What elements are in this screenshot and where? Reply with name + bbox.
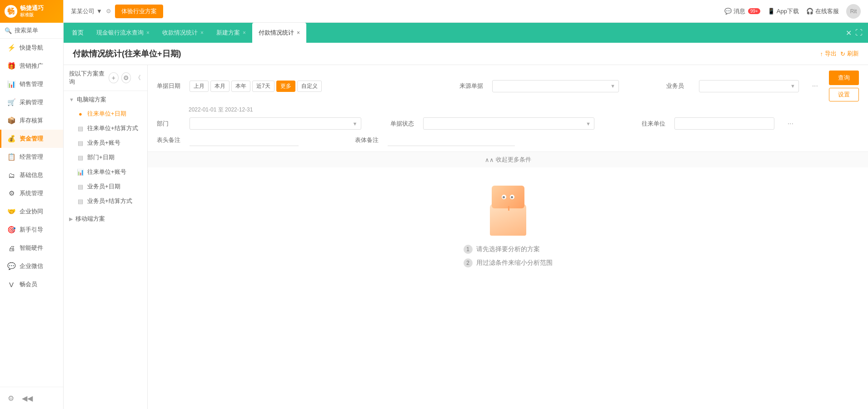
tab-home-label: 首页 xyxy=(72,29,84,37)
close-all-tabs-btn[interactable]: ✕ xyxy=(846,29,852,37)
empty-hints: 1 请先选择要分析的方案 2 用过滤条件来缩小分析范围 xyxy=(464,245,553,272)
counterpart-label: 往来单位 xyxy=(642,120,669,128)
tab-payment-stats[interactable]: 付款情况统计 × xyxy=(252,23,306,43)
sidebar-item-member[interactable]: V 畅会员 xyxy=(0,275,63,293)
collapse-more-btn[interactable]: ∧∧ 收起更多条件 xyxy=(148,152,868,167)
tab-new-scheme[interactable]: 新建方案 × xyxy=(210,23,252,43)
tab-payment-stats-close[interactable]: × xyxy=(297,30,300,36)
scheme-item-salesman-account[interactable]: ▤ 业务员+账号 xyxy=(64,136,147,150)
tab-cash-flow-close[interactable]: × xyxy=(146,30,150,36)
sidebar-item-hardware[interactable]: 🖨 智能硬件 xyxy=(0,239,63,257)
settings-footer-btn[interactable]: ⚙ xyxy=(5,392,17,404)
scheme-item-chart-icon: ▤ xyxy=(76,124,85,132)
robot-pupil-left xyxy=(503,196,505,198)
date-btn-custom[interactable]: 自定义 xyxy=(297,81,322,92)
user-avatar[interactable]: Rit xyxy=(846,4,861,19)
sidebar-item-wechat[interactable]: 💬 企业微信 xyxy=(0,257,63,275)
refresh-btn[interactable]: ↻ 刷新 xyxy=(840,50,859,58)
messages-action[interactable]: 💬 消息 99+ xyxy=(724,7,760,15)
source-doc-select[interactable] xyxy=(492,80,619,92)
date-btn-last-7[interactable]: 近7天 xyxy=(252,81,274,92)
add-scheme-btn[interactable]: + xyxy=(109,72,119,83)
scheme-item-label: 往来单位+日期 xyxy=(87,110,126,118)
empty-hint-2: 2 用过滤条件来缩小分析范围 xyxy=(464,258,553,268)
online-service-action[interactable]: 🎧 在线客服 xyxy=(806,7,839,15)
header-note-input[interactable] xyxy=(190,134,299,146)
tab-bar: 首页 现金银行流水查询 × 收款情况统计 × 新建方案 × 付款情况统计 × ✕… xyxy=(64,23,868,43)
collapse-label: 收起更多条件 xyxy=(496,156,531,164)
date-btn-this-year[interactable]: 本年 xyxy=(231,81,250,92)
sidebar-item-guide[interactable]: 🎯 新手引导 xyxy=(0,221,63,239)
page-area: 付款情况统计(往来单位+日期) ↑ 导出 ↻ 刷新 按以下方案查询 + ⚙ xyxy=(64,43,868,409)
system-icon: ⚙ xyxy=(7,189,16,198)
date-btn-more[interactable]: 更多 xyxy=(276,81,295,92)
logo-icon: 畅 xyxy=(5,5,17,18)
filter-row-date: 单据日期 上月 本月 本年 近7天 更多 自定义 来源单据 xyxy=(157,71,859,101)
sidebar-search[interactable]: 🔍 搜索菜单 xyxy=(0,23,63,39)
body-note-input[interactable] xyxy=(388,134,515,146)
robot-pupil-right xyxy=(511,196,513,198)
guide-icon: 🎯 xyxy=(7,225,16,234)
sidebar-item-quick-nav[interactable]: ⚡ 快捷导航 xyxy=(0,39,63,57)
sidebar-footer: ⚙ ◀◀ xyxy=(0,387,63,409)
date-label: 单据日期 xyxy=(157,82,184,90)
scheme-item-dept-date[interactable]: ▤ 部门+日期 xyxy=(64,150,147,165)
salesman-label: 业务员 xyxy=(666,82,693,90)
tab-receipt-stats-close[interactable]: × xyxy=(200,30,204,36)
robot-eyes xyxy=(502,195,514,199)
filter-settings-btn[interactable]: 设置 xyxy=(829,88,859,101)
expand-tab-btn[interactable]: ⛶ xyxy=(855,29,863,37)
scheme-settings-btn[interactable]: ⚙ xyxy=(121,72,131,83)
tab-home[interactable]: 首页 xyxy=(65,23,90,43)
sidebar-item-inventory[interactable]: 📦 库存核算 xyxy=(0,111,63,130)
scheme-item-counterpart-settle[interactable]: ▤ 往来单位+结算方式 xyxy=(64,121,147,136)
tab-receipt-stats[interactable]: 收款情况统计 × xyxy=(156,23,210,43)
wechat-icon: 💬 xyxy=(7,262,16,271)
counterpart-more-btn[interactable]: ··· xyxy=(780,120,793,128)
app-download-action[interactable]: 📱 App下载 xyxy=(768,7,799,15)
company-selector[interactable]: 某某公司 ▼ xyxy=(71,7,102,15)
scheme-item-counterpart-date[interactable]: ● 往来单位+日期 xyxy=(64,106,147,121)
robot-eye-right xyxy=(510,195,514,199)
scheme-panel-title: 按以下方案查询 xyxy=(69,70,106,86)
sidebar-item-marketing[interactable]: 🎁 营销推广 xyxy=(0,57,63,75)
sidebar-item-capital[interactable]: 💰 资金管理 xyxy=(0,130,63,148)
dept-label: 部门 xyxy=(157,120,184,128)
doc-status-select[interactable] xyxy=(423,117,595,130)
date-range-text: 2022-01-01 至 2022-12-31 xyxy=(189,106,253,113)
page-header-actions: ↑ 导出 ↻ 刷新 xyxy=(820,50,859,58)
scheme-group-mobile-header[interactable]: ▶ 移动端方案 xyxy=(64,212,147,226)
salesman-select[interactable] xyxy=(699,80,799,92)
scheme-group-pc-header[interactable]: ▼ 电脑端方案 xyxy=(64,93,147,106)
scheme-item-salesman-date[interactable]: ▤ 业务员+日期 xyxy=(64,179,147,194)
tab-cash-flow[interactable]: 现金银行流水查询 × xyxy=(90,23,156,43)
data-empty-area: 1 请先选择要分析的方案 2 用过滤条件来缩小分析范围 xyxy=(148,167,868,290)
query-btn[interactable]: 查询 xyxy=(829,71,859,85)
sidebar-item-cooperation[interactable]: 🤝 企业协同 xyxy=(0,202,63,221)
export-btn[interactable]: ↑ 导出 xyxy=(820,50,837,58)
sidebar-item-system[interactable]: ⚙ 系统管理 xyxy=(0,184,63,202)
counterpart-select[interactable] xyxy=(674,117,774,130)
scheme-item-counterpart-account[interactable]: 📊 往来单位+账号 xyxy=(64,165,147,179)
date-btn-this-month[interactable]: 本月 xyxy=(210,81,229,92)
sidebar-item-purchase[interactable]: 🛒 采购管理 xyxy=(0,93,63,111)
salesman-more-btn[interactable]: ··· xyxy=(804,82,818,90)
collapse-sidebar-btn[interactable]: ◀◀ xyxy=(21,392,34,404)
scheme-item-salesman-settle[interactable]: ▤ 业务员+结算方式 xyxy=(64,194,147,208)
settings-icon[interactable]: ⚙ xyxy=(106,8,111,15)
sales-icon: 📊 xyxy=(7,80,16,89)
sidebar-item-sales[interactable]: 📊 销售管理 xyxy=(0,75,63,93)
top-header-right: 💬 消息 99+ 📱 App下载 🎧 在线客服 Rit xyxy=(724,4,861,19)
date-btn-last-month[interactable]: 上月 xyxy=(190,81,209,92)
content-layout: 按以下方案查询 + ⚙ 《 ▼ 电脑端方案 ● 往来单位+日期 xyxy=(64,65,868,409)
search-icon: 🔍 xyxy=(5,27,12,34)
sidebar-item-operation[interactable]: 📋 经营管理 xyxy=(0,148,63,166)
experience-btn[interactable]: 体验行业方案 xyxy=(115,5,163,18)
scheme-item-label: 往来单位+结算方式 xyxy=(87,124,138,132)
scheme-group-pc: ▼ 电脑端方案 ● 往来单位+日期 ▤ 往来单位+结算方式 ▤ 业务员+账号 xyxy=(64,91,147,210)
dept-select[interactable] xyxy=(190,117,361,130)
sidebar-item-basic-info[interactable]: 🗂 基础信息 xyxy=(0,166,63,184)
scheme-collapse-btn[interactable]: 《 xyxy=(134,73,142,82)
tab-new-scheme-close[interactable]: × xyxy=(243,30,246,36)
hint-num-1: 1 xyxy=(464,245,473,254)
